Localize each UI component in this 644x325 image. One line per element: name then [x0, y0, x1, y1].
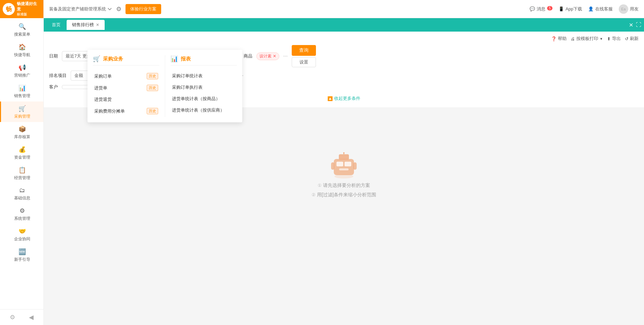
- tabbar: 首页 销售排行榜 ✕ ✕ ⛶: [44, 18, 644, 32]
- toolbar-right: ❓ 帮助 🖨 按模板打印 ▼ ⬆ 导出 ↺ 刷新: [551, 36, 639, 42]
- empty-illustration: [327, 152, 361, 179]
- help-icon: ❓: [551, 36, 557, 41]
- topbar-user[interactable]: Ea 用友: [619, 4, 639, 14]
- home-icon: 🏠: [19, 43, 26, 51]
- sidebar-item-purchase-label: 采购管理: [14, 114, 30, 119]
- query-button[interactable]: 查询: [292, 45, 316, 56]
- svg-rect-1: [334, 159, 354, 175]
- tab-close-icon[interactable]: ✕: [96, 23, 99, 27]
- topbar-app[interactable]: 📱 App下载: [559, 6, 582, 12]
- sidebar-item-newbie-label: 新手引导: [14, 257, 30, 262]
- sidebar-item-search[interactable]: 🔍 搜索菜单: [0, 19, 43, 40]
- refresh-icon: ↺: [625, 36, 629, 41]
- sidebar-item-quicknav[interactable]: 🏠 快捷导航: [0, 40, 43, 60]
- tab-sales-rank[interactable]: 销售排行榜 ✕: [67, 20, 105, 30]
- sidebar-item-funds[interactable]: 💰 资金管理: [0, 143, 43, 163]
- funds-icon: 💰: [19, 146, 26, 153]
- export-btn[interactable]: ⬆ 导出: [607, 36, 621, 42]
- purchase-business-icon: 🛒: [93, 55, 100, 63]
- sidebar-item-inventory-label: 库存核算: [14, 134, 30, 140]
- sidebar-item-marketing-label: 营销推广: [14, 73, 30, 78]
- topbar-right: 💬 消息 5 📱 App下载 👤 在线客服 Ea 用友: [530, 4, 639, 14]
- help-btn[interactable]: ❓ 帮助: [551, 36, 567, 42]
- topbar-user-label: 用友: [630, 6, 639, 12]
- purchase-return-label: 进货退货: [94, 96, 158, 103]
- export-icon: ⬆: [607, 36, 611, 41]
- tabbar-close-icon[interactable]: ✕: [629, 22, 633, 28]
- svg-rect-8: [331, 162, 334, 170]
- print-btn[interactable]: 🖨 按模板打印 ▼: [571, 36, 603, 42]
- svg-rect-5: [339, 154, 349, 160]
- industry-btn[interactable]: 体验行业方案: [126, 4, 161, 14]
- empty-svg: [327, 152, 361, 179]
- sidebar-item-inventory[interactable]: 📦 库存核算: [0, 122, 43, 143]
- purchase-icon: 🛒: [19, 105, 26, 112]
- print-dropdown-icon: ▼: [600, 37, 603, 41]
- dropdown-item-report-4[interactable]: 进货单统计表（按供应商）: [171, 105, 237, 116]
- sidebar-item-search-label: 搜索菜单: [14, 32, 30, 37]
- empty-hint2: ② 用[过滤]条件来缩小分析范围: [312, 192, 376, 198]
- reports-icon: 📊: [171, 55, 178, 63]
- sidebar-item-newbie[interactable]: 🆕 新手引导: [0, 245, 43, 265]
- dropdown-item-purchase-fee[interactable]: 采购费用分摊单 历史: [93, 105, 159, 117]
- dropdown-item-report-2[interactable]: 采购订单执行表: [171, 82, 237, 93]
- product-tag-close[interactable]: ✕: [273, 54, 276, 58]
- logo: 畅 畅捷通好生意 标准版: [0, 0, 43, 18]
- purchase-business-col: 🛒 采购业务 采购订单 历史 进货单 历史 进货退货 采购费用分摊单 历史: [93, 55, 159, 117]
- dropdown-item-purchase-order[interactable]: 采购订单 历史: [93, 70, 159, 82]
- tab-sales-rank-label: 销售排行榜: [72, 22, 94, 28]
- product-dots[interactable]: ···: [283, 53, 288, 59]
- message-icon: 💬: [530, 6, 535, 11]
- sidebar-item-collab[interactable]: 🤝 企业协同: [0, 224, 43, 245]
- topbar-gear-icon[interactable]: ⚙: [116, 5, 121, 13]
- report-3-label: 进货单统计表（按商品）: [172, 96, 236, 102]
- sidebar-item-basic[interactable]: 🗂 基础信息: [0, 184, 43, 204]
- purchase-fee-label: 采购费用分摊单: [94, 108, 147, 114]
- tabbar-expand-icon[interactable]: ⛶: [636, 22, 641, 28]
- query-btn-group: 查询 设置: [292, 45, 316, 67]
- sidebar-item-system-label: 系统管理: [14, 216, 30, 221]
- sidebar-item-purchase[interactable]: 🛒 采购管理: [0, 101, 43, 122]
- tab-home[interactable]: 首页: [46, 20, 66, 30]
- purchase-fee-history-badge: 历史: [147, 108, 158, 114]
- sidebar-item-operations-label: 经营管理: [14, 175, 30, 181]
- sidebar-collapse-btn[interactable]: ◀: [29, 314, 34, 321]
- set-button[interactable]: 设置: [292, 57, 316, 67]
- sidebar-settings-btn[interactable]: ⚙: [10, 314, 15, 321]
- topbar-service-label: 在线客服: [595, 6, 613, 12]
- app-icon: 📱: [559, 6, 564, 11]
- collapse-up-icon: 🔼: [327, 96, 333, 101]
- help-label: 帮助: [558, 36, 567, 42]
- dropdown-arrow-icon: [107, 7, 112, 11]
- sidebar-item-funds-label: 资金管理: [14, 155, 30, 160]
- purchase-order-label: 采购订单: [94, 73, 147, 79]
- svg-rect-2: [336, 162, 343, 166]
- dropdown-item-report-1[interactable]: 采购订单统计表: [171, 70, 237, 82]
- logo-name: 畅捷通好生意: [17, 1, 41, 12]
- topbar-service[interactable]: 👤 在线客服: [588, 6, 613, 12]
- topbar-message[interactable]: 💬 消息 5: [530, 6, 552, 12]
- dropdown-item-report-3[interactable]: 进货单统计表（按商品）: [171, 93, 237, 105]
- sidebar-item-operations[interactable]: 📋 经营管理: [0, 163, 43, 184]
- svg-point-7: [343, 152, 345, 154]
- topbar-title: 装备及固定资产辅助管理系统: [49, 6, 106, 12]
- refresh-btn[interactable]: ↺ 刷新: [625, 36, 639, 42]
- reports-header: 📊 报表: [171, 55, 237, 66]
- search-icon: 🔍: [19, 23, 26, 30]
- message-badge: 5: [547, 6, 552, 10]
- newbie-icon: 🆕: [19, 248, 26, 255]
- refresh-label: 刷新: [630, 36, 639, 42]
- rank-item-label: 排名项目: [49, 73, 67, 79]
- sidebar-item-system[interactable]: ⚙ 系统管理: [0, 204, 43, 224]
- print-icon: 🖨: [571, 36, 575, 41]
- collab-icon: 🤝: [19, 228, 26, 235]
- purchase-dropdown-menu: 🛒 采购业务 采购订单 历史 进货单 历史 进货退货 采购费用分摊单 历史: [87, 50, 242, 122]
- purchase-order-history-badge: 历史: [147, 73, 158, 79]
- topbar-title-dropdown[interactable]: 装备及固定资产辅助管理系统: [49, 6, 112, 12]
- sidebar-item-sales[interactable]: 📊 销售管理: [0, 81, 43, 101]
- dropdown-item-purchase-receipt[interactable]: 进货单 历史: [93, 82, 159, 94]
- sidebar-item-marketing[interactable]: 📢 营销推广: [0, 60, 43, 81]
- sidebar-item-sales-label: 销售管理: [14, 93, 30, 99]
- dropdown-item-purchase-return[interactable]: 进货退货: [93, 94, 159, 105]
- logo-icon: 畅: [3, 3, 15, 15]
